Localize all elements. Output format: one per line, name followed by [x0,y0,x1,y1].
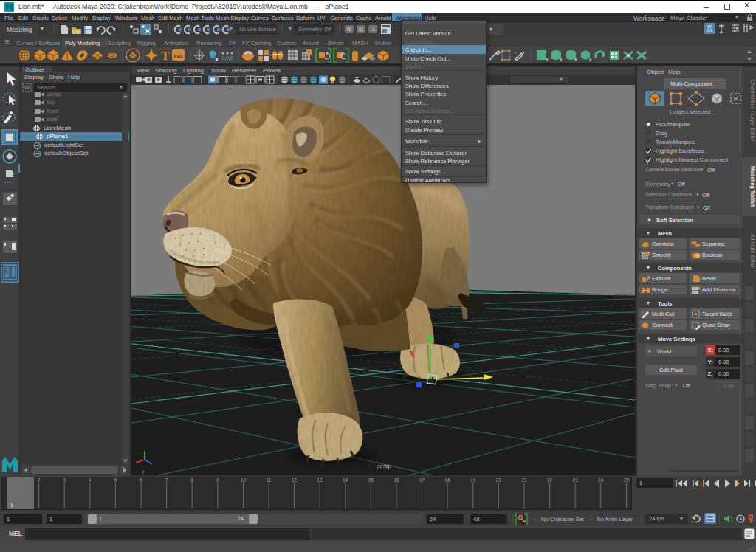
svg-text:21: 21 [521,477,527,483]
svg-text:25: 25 [624,477,630,483]
svg-text:x: x [546,57,549,62]
svg-text:18: 18 [445,477,451,483]
svg-text:5: 5 [114,477,117,483]
svg-text:2: 2 [38,477,41,483]
svg-text:4: 4 [89,477,92,483]
svg-text:14: 14 [343,477,348,483]
svg-text:x: x [560,57,563,62]
svg-text:19: 19 [470,477,476,483]
svg-text:15: 15 [368,477,374,483]
svg-text:0,0,0: 0,0,0 [222,55,233,61]
svg-text:24: 24 [598,477,604,483]
svg-text:22: 22 [547,477,553,483]
svg-text:y: y [142,469,145,475]
svg-text:12: 12 [292,477,298,483]
svg-text:T: T [161,49,170,63]
svg-text:3: 3 [63,477,66,483]
svg-text:x: x [589,57,592,62]
svg-text:9: 9 [216,477,219,483]
svg-text:13: 13 [317,477,323,483]
svg-text:20: 20 [496,477,502,483]
svg-text:persp: persp [377,463,392,469]
svg-text:1: 1 [10,503,13,508]
svg-text:10: 10 [241,477,247,483]
svg-text:17: 17 [419,477,425,483]
svg-text:x: x [574,57,577,62]
svg-text:6: 6 [140,477,142,483]
svg-text:SVG: SVG [173,54,183,58]
svg-text:8: 8 [190,477,193,483]
svg-text:7: 7 [165,477,168,483]
svg-text:16: 16 [394,477,399,483]
svg-text:11: 11 [267,477,272,483]
svg-text:23: 23 [573,477,579,483]
